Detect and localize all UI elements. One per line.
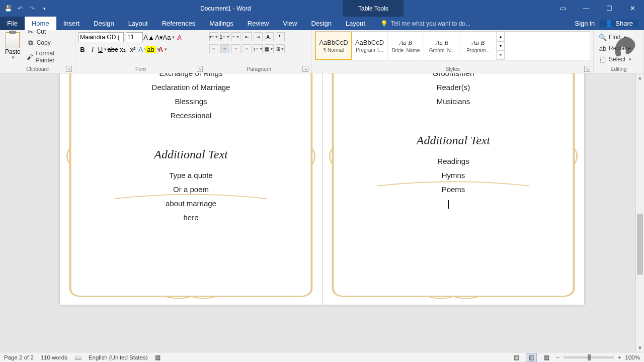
font-color-button[interactable]: A▼ — [159, 45, 167, 53]
doc-line[interactable]: Groomsmen — [353, 73, 554, 80]
doc-heading[interactable]: Additional Text — [90, 148, 292, 161]
superscript-button[interactable]: x² — [129, 45, 137, 53]
page-left[interactable]: Declaration of Intent Exchange of Vows E… — [60, 73, 322, 305]
zoom-in-button[interactable]: + — [618, 354, 621, 360]
paste-button[interactable]: Paste ▼ — [3, 31, 23, 61]
doc-line[interactable]: Exchange of Rings — [90, 73, 292, 80]
doc-line[interactable]: Type a quote — [90, 168, 292, 183]
vertical-scrollbar[interactable]: ▲ ▼ — [635, 73, 644, 352]
style-bride-name[interactable]: Aa BBride_Name — [388, 32, 424, 60]
style-program-t[interactable]: AaBbCcDProgram T... — [352, 32, 388, 60]
spellcheck-icon[interactable]: 📖 — [74, 354, 82, 361]
tab-view[interactable]: View — [276, 17, 304, 30]
font-size-combo[interactable] — [126, 32, 143, 42]
change-case-icon[interactable]: Aa▼ — [165, 33, 173, 41]
tab-mailings[interactable]: Mailings — [202, 17, 240, 30]
undo-icon[interactable]: ↶ — [16, 5, 24, 13]
font-name-combo[interactable] — [78, 32, 124, 42]
doc-line[interactable]: Recessional — [90, 109, 292, 123]
tell-me-search[interactable]: 💡 Tell me what you want to do... — [372, 17, 569, 30]
underline-button[interactable]: U▼ — [99, 45, 107, 53]
paragraph-dialog-launcher[interactable]: ↘ — [302, 66, 308, 72]
bold-button[interactable]: B — [78, 45, 87, 53]
ribbon-options-icon[interactable]: ▭ — [551, 0, 575, 17]
tab-references[interactable]: References — [155, 17, 202, 30]
scroll-down-icon[interactable]: ▼ — [636, 343, 644, 352]
justify-button[interactable]: ≡ — [243, 44, 252, 53]
minimize-icon[interactable]: — — [575, 0, 598, 17]
qat-customize-icon[interactable]: ▾ — [40, 5, 48, 13]
doc-line[interactable]: Hymns — [353, 168, 554, 183]
decrease-indent-button[interactable]: ⇤ — [243, 32, 252, 41]
bullets-button[interactable]: •≡▼ — [209, 32, 218, 41]
style-program[interactable]: Aa BProgram... — [460, 32, 497, 60]
tab-design[interactable]: Design — [87, 17, 121, 30]
share-button[interactable]: 👤 Share — [600, 20, 638, 27]
styles-scroll[interactable]: ▴▾▿ — [497, 32, 505, 60]
scroll-thumb[interactable] — [637, 214, 643, 275]
zoom-out-button[interactable]: − — [556, 354, 559, 360]
cut-button[interactable]: ✂Cut — [25, 27, 72, 37]
styles-gallery[interactable]: AaBbCcD¶ Normal AaBbCcDProgram T... Aa B… — [315, 31, 590, 60]
zoom-knob[interactable] — [588, 354, 591, 360]
shading-button[interactable]: ▦▼ — [265, 44, 274, 53]
doc-line[interactable]: here — [90, 211, 292, 225]
language-indicator[interactable]: English (United States) — [89, 354, 148, 360]
scroll-up-icon[interactable]: ▲ — [636, 73, 644, 82]
doc-line[interactable]: Declaration of Marriage — [90, 80, 292, 95]
chevron-up-icon[interactable]: ▴ — [497, 32, 505, 41]
multilevel-button[interactable]: ≡▼ — [231, 32, 240, 41]
doc-line[interactable]: Reader(s) — [353, 80, 554, 95]
doc-line[interactable]: Musicians — [353, 95, 554, 109]
shrink-font-icon[interactable]: A▾ — [155, 33, 163, 41]
doc-line[interactable]: Poems — [353, 183, 554, 197]
page-indicator[interactable]: Page 2 of 2 — [4, 354, 34, 360]
tab-table-design[interactable]: Design — [304, 17, 338, 30]
zoom-level[interactable]: 100% — [625, 354, 640, 360]
styles-more-icon[interactable]: ▿ — [497, 50, 505, 60]
align-right-button[interactable]: ≡ — [231, 44, 240, 53]
close-icon[interactable]: ✕ — [621, 0, 644, 17]
zoom-slider[interactable] — [564, 356, 614, 358]
doc-line[interactable]: Blessings — [90, 95, 292, 109]
web-layout-button[interactable]: ▦ — [541, 353, 552, 362]
doc-line[interactable]: about marriage — [90, 197, 292, 211]
grow-font-icon[interactable]: A▲ — [145, 33, 153, 41]
save-icon[interactable]: 💾 — [4, 5, 12, 13]
numbering-button[interactable]: 1≡▼ — [220, 32, 229, 41]
doc-heading[interactable]: Additional Text — [353, 134, 554, 147]
strikethrough-button[interactable]: abc — [109, 45, 117, 53]
tab-table-layout[interactable]: Layout — [339, 17, 372, 30]
styles-dialog-launcher[interactable]: ↘ — [584, 66, 590, 72]
italic-button[interactable]: I — [89, 45, 97, 53]
highlight-button[interactable]: ab▼ — [149, 45, 157, 53]
sign-in-link[interactable]: Sign in — [575, 20, 595, 27]
copy-button[interactable]: ⧉Copy — [25, 38, 72, 48]
font-dialog-launcher[interactable]: ↘ — [197, 66, 203, 72]
page-right[interactable]: Best Man Bridesmaids Groomsmen Reader(s)… — [322, 73, 584, 305]
style-normal[interactable]: AaBbCcD¶ Normal — [315, 32, 352, 60]
subscript-button[interactable]: x₂ — [119, 45, 127, 53]
align-left-button[interactable]: ≡ — [209, 44, 218, 53]
tab-review[interactable]: Review — [240, 17, 276, 30]
tab-layout[interactable]: Layout — [121, 17, 155, 30]
text-cursor-line[interactable] — [353, 197, 554, 211]
clipboard-dialog-launcher[interactable]: ↘ — [66, 66, 72, 72]
line-spacing-button[interactable]: ↕≡▼ — [254, 44, 263, 53]
borders-button[interactable]: ⊞▼ — [276, 44, 285, 53]
sort-button[interactable]: A↓ — [265, 32, 274, 41]
macro-icon[interactable]: ▦ — [155, 354, 160, 361]
maximize-icon[interactable]: ☐ — [598, 0, 621, 17]
tab-file[interactable]: File — [0, 17, 25, 30]
align-center-button[interactable]: ≡ — [220, 44, 229, 53]
redo-icon[interactable]: ↷ — [28, 5, 36, 13]
increase-indent-button[interactable]: ⇥ — [254, 32, 263, 41]
read-mode-button[interactable]: ▤ — [511, 353, 522, 362]
doc-line[interactable]: Readings — [353, 154, 554, 168]
print-layout-button[interactable]: ▥ — [526, 353, 537, 362]
word-count[interactable]: 110 words — [41, 354, 67, 360]
format-painter-button[interactable]: 🖌Format Painter — [25, 49, 72, 65]
clear-formatting-icon[interactable]: A̷ — [175, 33, 183, 41]
doc-line[interactable]: Or a poem — [90, 183, 292, 197]
document-area[interactable]: Declaration of Intent Exchange of Vows E… — [0, 73, 644, 352]
